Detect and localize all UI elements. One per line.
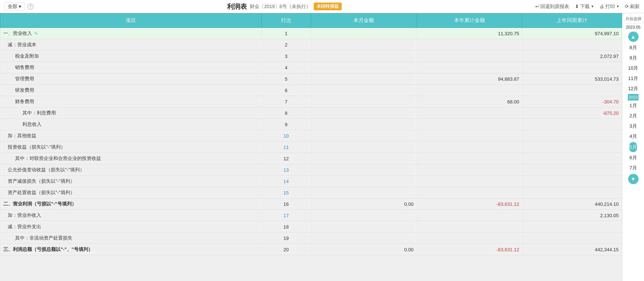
cell-month: [311, 142, 417, 153]
month-item[interactable]: 4月: [628, 131, 638, 142]
cell-prev: [522, 187, 622, 198]
month-item[interactable]: 11月: [628, 73, 638, 84]
cell-month: [311, 187, 417, 198]
edit-icon[interactable]: ✎: [34, 31, 40, 37]
cell-item: 财务费用: [0, 96, 262, 107]
col-header-prev: 上年同期累计: [522, 14, 622, 28]
cell-item: 研发费用: [0, 85, 262, 96]
month-item[interactable]: 3月: [628, 121, 638, 131]
cell-rownum: 15: [261, 187, 311, 198]
cell-month: [311, 130, 417, 142]
month-down-button[interactable]: ▼: [628, 174, 638, 184]
cell-year: [417, 233, 522, 244]
cell-item: 资产处置收益（损失以"-"填列）: [0, 187, 262, 198]
print-label: 打印: [605, 3, 615, 10]
cell-month: [311, 96, 417, 107]
cell-rownum: 12: [261, 153, 311, 164]
month-item[interactable]: 1月: [628, 101, 638, 111]
category-label: 全部: [8, 3, 17, 10]
month-item[interactable]: 9月: [628, 53, 638, 63]
report-table: 项目 行次 本月金额 本年累计金额 上年同期累计 一、营业收入✎111,320.…: [0, 13, 622, 255]
cell-month: [311, 51, 417, 62]
cell-item: 税金及附加: [0, 51, 262, 62]
month-up-button[interactable]: ▲: [628, 32, 638, 42]
cell-rownum: 20: [261, 244, 311, 255]
back-button[interactable]: ↩ 回退到原报表: [535, 3, 569, 10]
cell-year: [417, 210, 522, 221]
cell-prev: 442,344.15: [522, 244, 622, 255]
cell-month: [311, 62, 417, 73]
cell-year: [417, 176, 522, 187]
cell-prev: [522, 39, 622, 51]
col-header-row: 行次: [261, 14, 311, 28]
month-item[interactable]: 8月: [628, 43, 638, 53]
cell-month: [311, 233, 417, 244]
table-row: 税金及附加32,072.97: [0, 51, 622, 62]
item-label: 减：营业外支出: [8, 224, 41, 229]
month-item[interactable]: 5月: [629, 142, 637, 152]
month-item[interactable]: 10月: [628, 63, 638, 73]
item-label: 财务费用: [15, 99, 34, 104]
cell-item: 加：营业外收入: [0, 210, 262, 221]
month-sidebar: 月份选择 2023.05 ▲ 8月9月10月11月12月20231月2月3月4月…: [622, 13, 644, 281]
table-row: 销售费用4: [0, 62, 622, 73]
refresh-button[interactable]: ⟳ 刷新: [625, 3, 640, 10]
table-row: 其中：利息费用8-875.20: [0, 107, 622, 119]
table-row: 减：营业外支出18: [0, 221, 622, 233]
col-header-month: 本月金额: [311, 14, 417, 28]
sidebar-label: 月份选择: [622, 15, 644, 23]
cell-item: 投资收益（损失以"-"填列）: [0, 142, 262, 153]
month-item[interactable]: 6月: [628, 153, 638, 163]
month-item[interactable]: 12月: [628, 84, 638, 94]
item-label: 利息收入: [22, 121, 42, 127]
cell-rownum: 14: [261, 176, 311, 187]
cell-year: [417, 142, 522, 153]
help-icon[interactable]: ?: [28, 4, 33, 10]
cell-item: 加：其他收益: [0, 130, 262, 142]
month-item[interactable]: 2月: [628, 111, 638, 121]
cell-prev: [522, 85, 622, 96]
cell-prev: [522, 130, 622, 142]
table-row: 财务费用768.00-304.70: [0, 96, 622, 107]
cell-prev: [522, 221, 622, 233]
cell-rownum: 11: [261, 142, 311, 153]
table-row: 加：营业外收入172,130.05: [0, 210, 622, 221]
col-header-year: 本年累计金额: [417, 14, 522, 28]
download-button[interactable]: ⬇ 下载 ▾: [575, 3, 594, 10]
month-item[interactable]: 7月: [628, 163, 638, 173]
table-row: 减：营业成本2: [0, 39, 622, 51]
cell-year: [417, 85, 522, 96]
download-icon: ⬇: [575, 4, 579, 9]
cell-rownum: 8: [261, 107, 311, 119]
category-select[interactable]: 全部 ▾: [4, 2, 25, 11]
cell-year: [417, 62, 522, 73]
title-area: 利润表 财会〔2019〕6号（未执行） 未结转损益: [227, 2, 342, 11]
item-label: 三、利润总额（亏损总额以"-"、"号填列）: [3, 247, 93, 252]
back-label: 回退到原报表: [540, 3, 569, 10]
cell-prev: 533,014.73: [522, 73, 622, 85]
table-row: 利息收入9: [0, 119, 622, 130]
table-row: 资产处置收益（损失以"-"填列）15: [0, 187, 622, 198]
item-label: 管理费用: [15, 76, 34, 81]
cell-month: [311, 210, 417, 221]
item-label: 研发费用: [15, 87, 34, 93]
cell-month: 0.00: [311, 244, 417, 255]
item-label: 其中：对联营企业和合营企业的投资收益: [15, 156, 101, 161]
cell-item: 其中：利息费用: [0, 107, 262, 119]
cell-year: [417, 187, 522, 198]
cell-month: [311, 28, 417, 39]
item-label: 销售费用: [15, 65, 34, 70]
item-label: 加：其他收益: [8, 133, 36, 138]
cell-month: [311, 221, 417, 233]
cell-rownum: 1: [261, 28, 311, 39]
table-row: 三、利润总额（亏损总额以"-"、"号填列）200.00-83,631.12442…: [0, 244, 622, 255]
cell-prev: -875.20: [522, 107, 622, 119]
cell-rownum: 16: [261, 198, 311, 210]
cell-year: -83,631.12: [417, 244, 522, 255]
cell-year: [417, 130, 522, 142]
table-row: 加：其他收益10: [0, 130, 622, 142]
print-button[interactable]: 🖨 打印 ▾: [600, 3, 619, 10]
cell-rownum: 18: [261, 221, 311, 233]
cell-prev: [522, 142, 622, 153]
cell-rownum: 17: [261, 210, 311, 221]
